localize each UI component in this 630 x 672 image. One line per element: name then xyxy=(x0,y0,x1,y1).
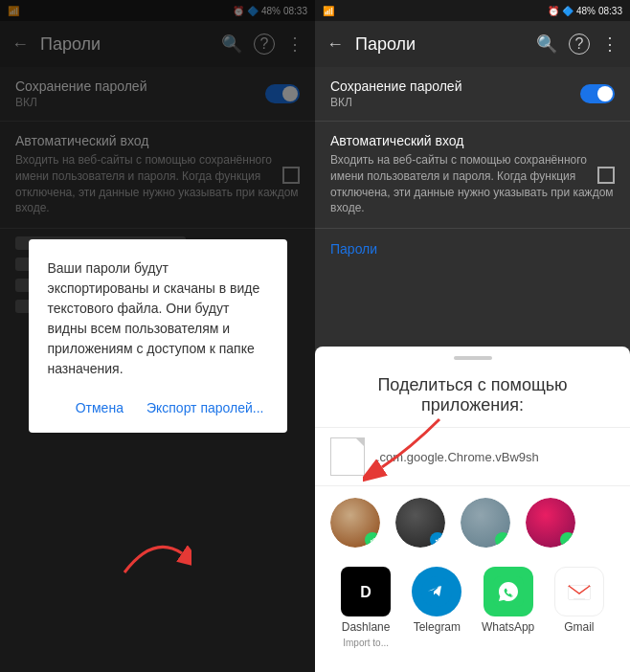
telegram-label: Telegram xyxy=(414,620,461,634)
contact-2[interactable] xyxy=(395,498,445,548)
contact-avatar-2 xyxy=(395,498,445,548)
whatsapp-logo xyxy=(493,576,524,607)
contact-3[interactable] xyxy=(461,498,510,548)
cancel-button[interactable]: Отмена xyxy=(72,394,127,421)
export-dialog: Ваши пароли будут экспортированы и скача… xyxy=(29,239,287,433)
contact-badge-2 xyxy=(430,532,445,548)
right-status-right: ⏰ 🔷 48% 08:33 xyxy=(548,6,622,16)
arrow-svg xyxy=(115,525,191,582)
export-button[interactable]: Экспорт паролей... xyxy=(143,394,268,421)
right-back-button[interactable]: ← xyxy=(323,31,348,58)
passwords-link[interactable]: Пароли xyxy=(330,241,377,257)
right-arrow-annotation xyxy=(363,410,449,490)
contact-badge-1 xyxy=(365,532,380,548)
dialog-overlay: Ваши пароли будут экспортированы и скача… xyxy=(0,0,315,672)
svg-text:D: D xyxy=(360,584,371,600)
right-more-button[interactable]: ⋮ xyxy=(597,30,622,58)
share-sheet: Поделиться с помощью приложения: .com.go… xyxy=(315,347,630,672)
contact-avatar-3 xyxy=(461,498,510,548)
dialog-buttons: Отмена Экспорт паролей... xyxy=(48,394,268,421)
contacts-row xyxy=(315,486,630,559)
right-phone-panel: 📶 ⏰ 🔷 48% 08:33 ← Пароли 🔍 ? ⋮ Сохранени… xyxy=(315,0,630,672)
right-signal-icon: 📶 xyxy=(323,6,334,16)
contact-avatar-4 xyxy=(526,498,575,548)
dashlane-app[interactable]: D Dashlane Import to... xyxy=(332,567,399,648)
dashlane-label: Dashlane xyxy=(342,620,391,634)
right-save-passwords-toggle[interactable] xyxy=(580,84,615,103)
telegram-logo xyxy=(421,576,452,607)
right-save-passwords-item: Сохранение паролей ВКЛ xyxy=(315,67,630,122)
right-alarm-icon: ⏰ xyxy=(548,6,559,16)
dashlane-icon: D xyxy=(341,567,391,616)
contact-badge-4 xyxy=(560,532,575,548)
right-battery-text: 48% xyxy=(576,6,596,16)
right-page-title: Пароли xyxy=(355,34,525,55)
right-save-passwords-subtitle: ВКЛ xyxy=(330,96,615,109)
right-status-left: 📶 xyxy=(323,6,334,16)
contact-avatar-1 xyxy=(330,498,380,548)
right-top-bar: ← Пароли 🔍 ? ⋮ xyxy=(315,21,630,67)
telegram-app[interactable]: Telegram xyxy=(403,567,470,648)
right-auto-login-title: Автоматический вход xyxy=(330,133,615,148)
whatsapp-badge-icon-1 xyxy=(368,535,377,545)
gmail-logo xyxy=(564,576,595,607)
whatsapp-badge-icon-3 xyxy=(498,535,507,545)
right-save-passwords-title: Сохранение паролей xyxy=(330,78,615,94)
passwords-link-container: Пароли xyxy=(315,229,630,269)
gmail-icon xyxy=(554,567,604,616)
right-time-display: 08:33 xyxy=(598,6,622,16)
whatsapp-app[interactable]: WhatsApp xyxy=(475,567,542,648)
sheet-handle xyxy=(454,356,492,360)
arrow-annotation xyxy=(115,525,191,586)
file-icon xyxy=(330,437,365,476)
right-auto-login-desc: Входить на веб-сайты с помощью сохранённ… xyxy=(330,152,615,216)
telegram-badge-icon xyxy=(433,535,442,545)
right-bluetooth-icon: 🔷 xyxy=(562,6,574,16)
right-arrow-svg xyxy=(363,410,449,486)
whatsapp-label: WhatsApp xyxy=(482,620,534,634)
right-auto-login-checkbox[interactable] xyxy=(597,167,615,184)
left-phone-panel: 📶 ⏰ 🔷 48% 08:33 ← Пароли 🔍 ? ⋮ Сохранени… xyxy=(0,0,315,672)
whatsapp-badge-icon-4 xyxy=(563,535,573,545)
right-help-button[interactable]: ? xyxy=(569,34,590,55)
right-status-bar: 📶 ⏰ 🔷 48% 08:33 xyxy=(315,0,630,21)
dashlane-sublabel: Import to... xyxy=(343,638,389,648)
dialog-message: Ваши пароли будут экспортированы и скача… xyxy=(48,258,268,379)
contact-4[interactable] xyxy=(526,498,575,548)
dashlane-logo: D xyxy=(350,576,381,607)
gmail-label: Gmail xyxy=(564,620,594,634)
whatsapp-icon xyxy=(484,567,533,616)
right-search-button[interactable]: 🔍 xyxy=(532,30,561,58)
right-auto-login-item: Автоматический вход Входить на веб-сайты… xyxy=(315,122,630,229)
gmail-app[interactable]: Gmail xyxy=(546,567,613,648)
apps-row: D Dashlane Import to... Telegram xyxy=(315,559,630,663)
right-toggle-knob xyxy=(597,86,613,101)
contact-badge-3 xyxy=(495,532,510,548)
telegram-icon xyxy=(412,567,461,616)
contact-1[interactable] xyxy=(330,498,380,548)
